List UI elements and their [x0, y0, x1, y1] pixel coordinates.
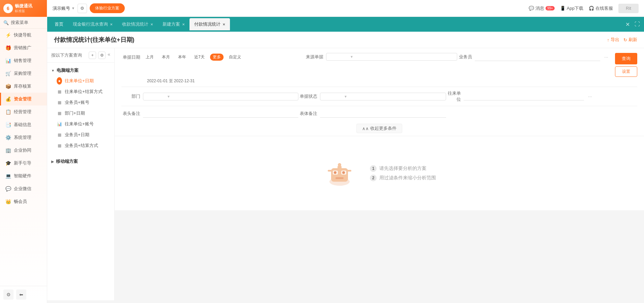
sidebar-brand: 畅捷通讯 标准版: [15, 3, 32, 13]
sidebar-item-label: 系统管理: [14, 134, 31, 141]
tip-num-2: 2: [370, 175, 377, 181]
salesman-more-btn[interactable]: ···: [603, 54, 610, 60]
tab-close-receivable[interactable]: ✕: [150, 23, 153, 26]
sidebar-item-inventory[interactable]: 📦 库存核算: [0, 80, 47, 93]
collapse-sidebar-btn[interactable]: ⬅: [16, 290, 26, 300]
message-badge: 99+: [546, 6, 555, 10]
voucher-status-select[interactable]: ▼: [320, 93, 446, 100]
page-content: 付款情况统计(往来单位+日期) ↑ 导出 ↻ 刷新 按: [47, 32, 644, 303]
page-header-actions: ↑ 导出 ↻ 刷新: [607, 37, 638, 43]
sidebar-item-guide[interactable]: 🎓 新手引导: [0, 157, 47, 170]
tab-bar: 首页 现金银行流水查询 ✕ 收款情况统计 ✕ 新建方案 ✕ 付款情况统计 ✕ ✕…: [47, 17, 644, 32]
export-icon: ↑: [607, 37, 610, 42]
message-icon: 💬: [529, 6, 534, 11]
settings-footer-btn[interactable]: ⚙: [3, 290, 13, 300]
counterpart-more-btn[interactable]: ···: [587, 94, 593, 99]
custom-date-btn[interactable]: 自定义: [226, 53, 244, 61]
sidebar-item-marketing[interactable]: 🎁 营销推广: [0, 41, 47, 54]
scheme-item-label: 往来单位+日期: [65, 78, 94, 84]
scheme-item-salesman-date[interactable]: ▦ 业务员+日期: [47, 129, 114, 140]
tab-payment-stat[interactable]: 付款情况统计 ✕: [189, 18, 230, 30]
sidebar-item-hardware[interactable]: 💻 智能硬件: [0, 170, 47, 182]
scheme-item-counterpart-date[interactable]: ● 往来单位+日期: [47, 75, 114, 86]
search-menu[interactable]: 🔍 搜索菜单: [0, 17, 47, 29]
wechat-icon: 💬: [5, 186, 11, 192]
enterprise-icon: 🏢: [5, 147, 11, 153]
top-bar-right: 💬 消息 99+ 📱 App下载 🎧 在线客服 Rit: [529, 4, 639, 13]
dept-select[interactable]: ▼: [143, 93, 298, 100]
app-download-label: App下载: [567, 5, 583, 11]
header-note-label: 表头备注: [121, 111, 140, 117]
empty-icon: [323, 156, 356, 190]
settings-set-btn[interactable]: 设置: [615, 66, 637, 77]
scheme-item-salesman-account[interactable]: ▦ 业务员+账号: [47, 97, 114, 108]
add-scheme-btn[interactable]: +: [89, 52, 96, 59]
collapse-icon: ∧∧: [362, 126, 369, 131]
counterpart-input[interactable]: [464, 92, 584, 100]
tab-new-scheme[interactable]: 新建方案 ✕: [158, 18, 189, 30]
messages-btn[interactable]: 💬 消息 99+: [529, 5, 555, 11]
sidebar-item-basic-info[interactable]: 📑 基础信息: [0, 118, 47, 131]
online-service-btn[interactable]: 🎧 在线客服: [589, 5, 613, 11]
basic-info-icon: 📑: [5, 122, 11, 128]
svg-rect-6: [335, 177, 344, 179]
last-7-days-btn[interactable]: 近7天: [192, 53, 207, 61]
sidebar-item-operation[interactable]: 📋 经营管理: [0, 105, 47, 118]
sidebar-item-system[interactable]: ⚙️ 系统管理: [0, 131, 47, 144]
refresh-btn[interactable]: ↻ 刷新: [623, 37, 637, 43]
tab-bank-flow[interactable]: 现金银行流水查询 ✕: [68, 18, 117, 30]
sidebar-item-member[interactable]: 👑 畅会员: [0, 195, 47, 208]
sidebar-item-sales[interactable]: 📊 销售管理: [0, 54, 47, 67]
sidebar-item-purchase[interactable]: 🛒 采购管理: [0, 67, 47, 80]
inventory-icon: 📦: [5, 83, 11, 89]
source-voucher-select[interactable]: ▼: [326, 53, 457, 61]
export-btn[interactable]: ↑ 导出: [607, 37, 620, 43]
source-voucher-arrow: ▼: [350, 55, 353, 59]
scheme-item-dept-date[interactable]: ▦ 部门+日期: [47, 108, 114, 119]
sidebar-item-label: 销售管理: [14, 58, 31, 64]
tab-home[interactable]: 首页: [50, 18, 68, 30]
tab-close-new-scheme[interactable]: ✕: [182, 23, 185, 26]
close-all-tabs-btn[interactable]: ✕: [624, 20, 631, 29]
search-icon: 🔍: [3, 20, 9, 25]
sidebar-item-finance[interactable]: 💰 资金管理: [0, 93, 47, 105]
salesman-input[interactable]: [475, 53, 601, 61]
tip-text-2: 用过滤条件来缩小分析范围: [379, 175, 436, 181]
body-note-label: 表体备注: [298, 111, 317, 117]
topbar-settings-btn[interactable]: ⚙: [78, 4, 87, 13]
query-btn[interactable]: 查询: [615, 53, 637, 64]
scheme-item-counterpart-account[interactable]: 📊 往来单位+账号: [47, 119, 114, 129]
tab-receivable[interactable]: 收款情况统计 ✕: [117, 18, 158, 30]
tab-close-payment-stat[interactable]: ✕: [223, 23, 225, 26]
scheme-item-salesman-settlement[interactable]: ▦ 业务员+结算方式: [47, 140, 114, 151]
desktop-scheme-header[interactable]: ▼ 电脑端方案: [47, 65, 114, 75]
user-avatar[interactable]: Rit: [618, 4, 639, 13]
sidebar-item-label: 新手引导: [14, 160, 31, 166]
sidebar-item-label: 快捷导航: [14, 32, 31, 38]
sales-icon: 📊: [5, 58, 11, 64]
scheme-settings-btn[interactable]: ⚙: [98, 52, 106, 59]
trial-btn[interactable]: 体验行业方案: [90, 3, 125, 13]
collapse-scheme-btn[interactable]: «: [108, 52, 110, 59]
scheme-item-counterpart-settlement[interactable]: ▦ 往来单位+结算方式: [47, 86, 114, 97]
empty-tip-1: 1 请先选择要分析的方案: [370, 165, 436, 172]
maximize-btn[interactable]: ⛶: [633, 20, 641, 29]
sidebar-item-wechat[interactable]: 💬 企业微信: [0, 182, 47, 195]
more-btn[interactable]: 更多: [210, 54, 224, 61]
collapse-more-btn[interactable]: ∧∧ 收起更多条件: [356, 124, 402, 133]
last-month-btn[interactable]: 上月: [143, 53, 156, 61]
this-month-btn[interactable]: 本月: [159, 53, 173, 61]
sidebar-item-quick-nav[interactable]: ⚡ 快捷导航: [0, 29, 47, 41]
sidebar-item-enterprise[interactable]: 🏢 企业协同: [0, 144, 47, 157]
dept-label: 部门: [121, 93, 140, 99]
mobile-scheme-header[interactable]: ▶ 移动端方案: [47, 156, 114, 166]
header-note-input[interactable]: [143, 110, 298, 118]
section-arrow-icon: ▶: [51, 160, 54, 163]
body-note-input[interactable]: [320, 110, 446, 118]
date-button-group: 上月 本月 本年 近7天 更多 自定义: [143, 53, 304, 61]
this-year-btn[interactable]: 本年: [175, 53, 189, 61]
app-download-btn[interactable]: 📱 App下载: [560, 5, 583, 11]
scheme-icon: ▦: [57, 111, 62, 116]
tab-close-bank-flow[interactable]: ✕: [110, 23, 113, 26]
svg-rect-10: [347, 170, 351, 172]
